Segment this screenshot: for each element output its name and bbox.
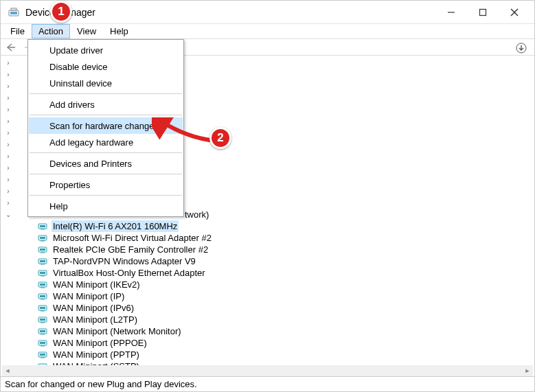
device-label[interactable]: TAP-NordVPN Windows Adapter V9 — [52, 255, 197, 267]
statusbar: Scan for changed or new Plug and Play de… — [1, 376, 534, 391]
network-adapter-icon — [38, 327, 49, 336]
chevron-right-icon[interactable]: › — [3, 57, 13, 69]
tree-row[interactable]: Microsoft Wi-Fi Direct Virtual Adapter #… — [3, 232, 534, 244]
back-button[interactable] — [3, 40, 19, 55]
menu-update-driver[interactable]: Update driver — [29, 42, 183, 58]
tree-row[interactable]: VirtualBox Host-Only Ethernet Adapter — [3, 267, 534, 279]
minimize-button[interactable] — [435, 1, 467, 23]
chevron-right-icon[interactable]: › — [3, 69, 13, 80]
maximize-button[interactable] — [467, 1, 499, 23]
chevron-right-icon[interactable]: › — [3, 185, 13, 197]
network-adapter-icon — [38, 350, 49, 360]
menu-devices-printers[interactable]: Devices and Printers — [29, 155, 183, 172]
device-label[interactable]: WAN Miniport (PPTP) — [52, 349, 141, 360]
window-title: Device Manager — [25, 7, 435, 18]
menu-uninstall-device[interactable]: Uninstall device — [29, 75, 183, 91]
scroll-right-icon[interactable]: ► — [522, 365, 533, 376]
network-adapter-icon — [38, 233, 49, 243]
chevron-right-icon[interactable]: › — [3, 80, 13, 92]
chevron-right-icon[interactable]: › — [3, 174, 13, 185]
device-label[interactable]: VirtualBox Host-Only Ethernet Adapter — [52, 267, 207, 279]
menu-properties[interactable]: Properties — [29, 176, 183, 193]
svg-rect-35 — [40, 319, 45, 321]
category-label-partial[interactable]: twork) — [183, 209, 210, 220]
network-adapter-icon — [38, 315, 49, 325]
action-dropdown: Update driver Disable device Uninstall d… — [27, 39, 184, 217]
horizontal-scrollbar[interactable]: ◄ ► — [2, 365, 533, 376]
device-label[interactable]: WAN Miniport (IPv6) — [52, 302, 135, 314]
svg-rect-23 — [40, 272, 45, 274]
menu-separator — [30, 195, 182, 196]
svg-rect-17 — [40, 249, 45, 251]
tree-row[interactable]: WAN Miniport (PPTP) — [3, 349, 534, 360]
device-label[interactable]: WAN Miniport (L2TP) — [52, 314, 139, 325]
chevron-right-icon[interactable]: › — [3, 92, 13, 104]
menu-scan-hardware[interactable]: Scan for hardware changes — [29, 117, 183, 134]
tree-row[interactable]: WAN Miniport (IP) — [3, 290, 534, 302]
network-adapter-icon — [38, 303, 49, 313]
svg-rect-38 — [40, 330, 45, 332]
menu-file[interactable]: File — [3, 24, 32, 38]
chevron-right-icon[interactable]: › — [3, 104, 13, 115]
device-label[interactable]: WAN Miniport (Network Monitor) — [52, 325, 183, 337]
tree-row[interactable]: WAN Miniport (PPPOE) — [3, 337, 534, 349]
svg-rect-41 — [40, 342, 45, 344]
status-text: Scan for changed or new Plug and Play de… — [5, 379, 197, 389]
device-label[interactable]: WAN Miniport (IP) — [52, 290, 126, 302]
chevron-right-icon[interactable]: › — [3, 162, 13, 174]
toolbar-scan-icon[interactable] — [514, 41, 529, 56]
svg-rect-26 — [40, 284, 45, 286]
network-adapter-icon — [38, 245, 49, 255]
device-label[interactable]: WAN Miniport (IKEv2) — [52, 279, 141, 290]
device-manager-window: Device Manager File Action View Help › ›… — [0, 0, 535, 392]
chevron-right-icon[interactable]: › — [3, 150, 13, 162]
annotation-badge-1: 1 — [50, 1, 72, 23]
menu-add-legacy[interactable]: Add legacy hardware — [29, 134, 183, 150]
menu-separator — [30, 152, 182, 153]
device-label[interactable]: WAN Miniport (PPPOE) — [52, 337, 148, 349]
network-adapter-icon — [38, 222, 49, 231]
tree-row[interactable]: Realtek PCIe GbE Family Controller #2 — [3, 244, 534, 255]
chevron-right-icon[interactable]: › — [3, 197, 13, 209]
scroll-left-icon[interactable]: ◄ — [2, 365, 13, 376]
svg-rect-32 — [40, 307, 45, 309]
menu-help[interactable]: Help — [103, 24, 135, 38]
menu-add-drivers[interactable]: Add drivers — [29, 96, 183, 113]
menu-separator — [30, 174, 182, 174]
tree-row[interactable]: WAN Miniport (Network Monitor) — [3, 325, 534, 337]
menu-view[interactable]: View — [70, 24, 103, 38]
close-button[interactable] — [499, 1, 530, 23]
tree-row[interactable]: WAN Miniport (IKEv2) — [3, 279, 534, 290]
svg-rect-4 — [480, 9, 486, 15]
window-controls — [435, 1, 530, 23]
network-adapter-icon — [38, 257, 49, 266]
device-label[interactable]: Intel(R) Wi-Fi 6 AX201 160MHz — [52, 220, 179, 232]
svg-rect-2 — [11, 8, 16, 10]
menubar: File Action View Help — [1, 24, 534, 39]
device-label[interactable]: Microsoft Wi-Fi Direct Virtual Adapter #… — [52, 232, 213, 244]
svg-rect-14 — [40, 237, 45, 239]
app-icon — [8, 6, 20, 19]
chevron-right-icon[interactable]: › — [3, 115, 13, 127]
menu-action[interactable]: Action — [32, 24, 70, 38]
tree-row[interactable]: WAN Miniport (IPv6) — [3, 302, 534, 314]
chevron-right-icon[interactable]: › — [3, 127, 13, 139]
tree-row[interactable]: TAP-NordVPN Windows Adapter V9 — [3, 255, 534, 267]
svg-rect-11 — [40, 225, 45, 227]
svg-rect-20 — [40, 260, 45, 262]
menu-disable-device[interactable]: Disable device — [29, 58, 183, 75]
annotation-badge-2: 2 — [209, 127, 231, 149]
tree-row[interactable]: Intel(R) Wi-Fi 6 AX201 160MHz — [3, 220, 534, 232]
svg-rect-44 — [40, 354, 45, 356]
chevron-right-icon[interactable]: › — [3, 139, 13, 150]
titlebar[interactable]: Device Manager — [1, 1, 534, 24]
network-adapter-icon — [38, 268, 49, 278]
network-adapter-icon — [38, 292, 49, 301]
svg-rect-1 — [10, 12, 17, 14]
device-label[interactable]: Realtek PCIe GbE Family Controller #2 — [52, 244, 209, 255]
menu-separator — [30, 115, 182, 115]
tree-row[interactable]: WAN Miniport (L2TP) — [3, 314, 534, 325]
chevron-down-icon[interactable]: ⌄ — [3, 209, 13, 220]
svg-rect-29 — [40, 295, 45, 297]
menu-help[interactable]: Help — [29, 198, 183, 214]
